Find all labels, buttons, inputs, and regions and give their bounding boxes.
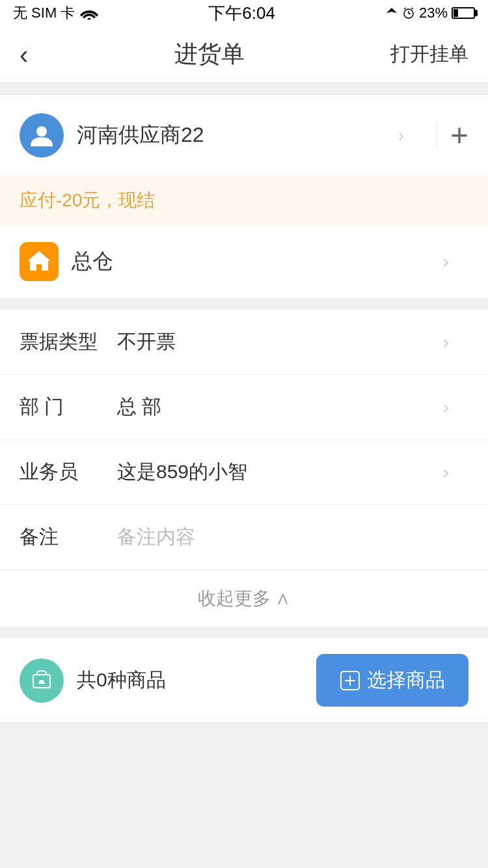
cart-icon: [29, 668, 54, 693]
warehouse-name: 总仓: [72, 247, 443, 276]
supplier-row[interactable]: 河南供应商22 › +: [0, 95, 488, 176]
battery-percent: 23%: [419, 5, 448, 21]
carrier-text: 无 SIM 卡: [13, 3, 75, 23]
salesperson-value: 这是859的小智: [117, 459, 443, 485]
invoice-type-label: 票据类型: [20, 329, 111, 355]
salesperson-chevron-icon: ›: [443, 462, 449, 483]
remark-label: 备注: [20, 524, 111, 550]
top-divider: [0, 83, 488, 95]
supplier-separator: [437, 122, 437, 148]
product-count-text: 共0种商品: [77, 667, 303, 694]
person-icon: [29, 123, 54, 148]
svg-line-5: [411, 8, 413, 9]
invoice-type-chevron-icon: ›: [443, 332, 449, 353]
collapse-text: 收起更多 ∧: [198, 588, 291, 608]
supplier-chevron-icon: ›: [398, 125, 404, 146]
department-value: 总 部: [117, 394, 443, 420]
notice-bar: 应付-20元，现结: [0, 176, 488, 224]
supplier-name: 河南供应商22: [77, 121, 398, 150]
warehouse-icon: [20, 242, 59, 281]
salesperson-label: 业务员: [20, 459, 111, 485]
svg-point-6: [36, 126, 47, 137]
notice-text: 应付-20元，现结: [20, 190, 155, 210]
empty-area: [0, 722, 488, 868]
bottom-bar: 共0种商品 选择商品: [0, 638, 488, 722]
svg-line-4: [404, 8, 406, 9]
location-icon: [385, 7, 398, 20]
battery-icon: [452, 7, 475, 19]
add-supplier-button[interactable]: +: [450, 120, 468, 151]
department-chevron-icon: ›: [443, 397, 449, 418]
department-label: 部 门: [20, 394, 111, 420]
department-row[interactable]: 部 门 总 部 ›: [0, 375, 488, 440]
house-icon: [27, 250, 51, 273]
form-section: 票据类型 不开票 › 部 门 总 部 › 业务员 这是859的小智 › 备注 备…: [0, 310, 488, 627]
status-icons: 23%: [385, 5, 475, 21]
select-product-button[interactable]: 选择商品: [316, 654, 468, 707]
warehouse-row[interactable]: 总仓 ›: [0, 224, 488, 298]
svg-rect-8: [38, 683, 45, 684]
invoice-type-value: 不开票: [117, 329, 443, 355]
salesperson-row[interactable]: 业务员 这是859的小智 ›: [0, 440, 488, 505]
select-product-label: 选择商品: [367, 667, 445, 694]
supplier-avatar: [20, 113, 64, 157]
invoice-type-row[interactable]: 票据类型 不开票 ›: [0, 310, 488, 375]
remark-input[interactable]: 备注内容: [117, 524, 468, 550]
back-button[interactable]: ‹: [20, 42, 28, 68]
remark-row[interactable]: 备注 备注内容: [0, 505, 488, 570]
status-bar: 无 SIM 卡 下午6:04 23%: [0, 0, 488, 26]
status-time: 下午6:04: [208, 2, 275, 25]
svg-point-0: [88, 18, 91, 20]
alarm-icon: [402, 7, 415, 20]
status-carrier: 无 SIM 卡: [13, 3, 98, 23]
collapse-button[interactable]: 收起更多 ∧: [0, 570, 488, 627]
warehouse-chevron-icon: ›: [443, 251, 449, 272]
select-product-icon: [340, 670, 360, 691]
open-pending-button[interactable]: 打开挂单: [390, 41, 468, 68]
nav-bar: ‹ 进货单 打开挂单: [0, 26, 488, 83]
page-title: 进货单: [174, 38, 245, 70]
wifi-icon: [80, 7, 98, 20]
product-count-icon: [20, 658, 64, 703]
supplier-card: 河南供应商22 › + 应付-20元，现结 总仓 ›: [0, 95, 488, 298]
